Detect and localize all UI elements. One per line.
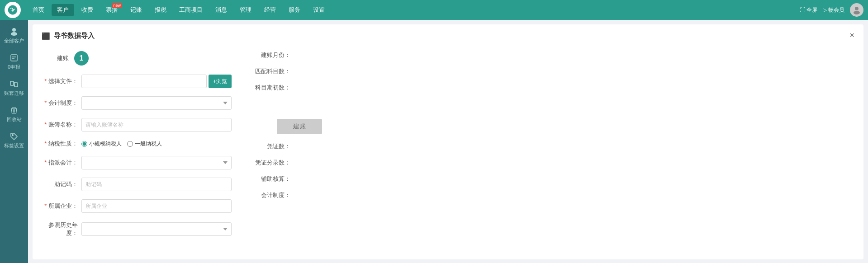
file-input[interactable]	[81, 75, 207, 88]
svg-point-4	[12, 28, 16, 32]
form-container: 建账 1 * 选择文件： +浏览	[42, 51, 854, 245]
radio-general-taxpayer[interactable]: 一般纳税人	[127, 140, 162, 148]
sidebar-item-transfer[interactable]: 账套迁移	[0, 76, 28, 100]
sidebar-item-label: 账套迁移	[4, 90, 24, 97]
voucher-label: 凭证数：	[250, 142, 290, 150]
vip-label: 畅会员	[828, 6, 844, 14]
voucher-entries-label: 凭证分录数：	[250, 159, 290, 167]
sidebar: 全部客户 0申报 账套迁移 回收站 标签设置	[0, 20, 28, 263]
sidebar-item-tag[interactable]: 标签设置	[0, 128, 28, 153]
accountant-label: * 指派会计：	[42, 159, 78, 167]
nav-operation[interactable]: 经营	[259, 4, 281, 16]
match-subject-row: 匹配科目数：	[250, 67, 349, 75]
initial-row: 科目期初数：	[250, 84, 349, 92]
nav-manage[interactable]: 管理	[234, 4, 257, 16]
assist-code-input[interactable]	[81, 178, 232, 191]
fullscreen-btn[interactable]: ⛶ 全屏	[800, 6, 817, 14]
layout: 全部客户 0申报 账套迁移 回收站 标签设置 ⬛ 导爷数据导入 ×	[0, 20, 868, 263]
nav-business[interactable]: 工商项目	[174, 4, 208, 16]
nav-message[interactable]: 消息	[210, 4, 232, 16]
nav-settings[interactable]: 设置	[308, 4, 330, 16]
sidebar-item-all-customers[interactable]: 全部客户	[0, 23, 28, 48]
avatar[interactable]	[850, 3, 863, 17]
file-row: * 选择文件： +浏览	[42, 75, 232, 88]
sidebar-item-label: 0申报	[8, 64, 20, 70]
svg-point-1	[12, 9, 14, 12]
topnav: 首页 客户 收费 票据 new 记账 报税 工商项目 消息 管理 经营 服务 设…	[0, 0, 868, 20]
nav-service[interactable]: 服务	[283, 4, 306, 16]
browse-button[interactable]: +浏览	[209, 75, 232, 88]
topnav-right: ⛶ 全屏 ▷ 畅会员	[800, 3, 863, 17]
company-input[interactable]	[81, 199, 232, 213]
close-button[interactable]: ×	[849, 31, 854, 40]
svg-point-3	[854, 11, 860, 14]
nav-bookkeeping[interactable]: 记账	[125, 4, 147, 16]
step-indicator: 建账 1	[42, 51, 232, 66]
step-circle: 1	[74, 51, 89, 66]
account-system-select[interactable]	[81, 96, 232, 110]
initial-label: 科目期初数：	[250, 84, 290, 92]
svg-rect-7	[10, 81, 14, 85]
main-content: ⬛ 导爷数据导入 × 建账 1 * 选择文件：	[28, 20, 868, 263]
nav-customer[interactable]: 客户	[52, 4, 74, 16]
form-right: 建账月份： 匹配科目数： 科目期初数： 建账	[232, 51, 349, 245]
right-account-system-row: 会计制度：	[250, 191, 349, 199]
match-subject-label: 匹配科目数：	[250, 67, 290, 75]
assist-code-label: 助记码：	[42, 180, 78, 188]
ledger-name-input[interactable]	[81, 118, 232, 132]
panel-title: 导爷数据导入	[54, 32, 95, 40]
svg-point-5	[11, 32, 17, 36]
month-row: 建账月份：	[250, 51, 349, 59]
month-label: 建账月份：	[250, 51, 290, 59]
file-label: * 选择文件：	[42, 77, 78, 85]
tax-type-label: * 纳税性质：	[42, 140, 78, 148]
vip-icon: ▷	[823, 7, 827, 13]
sidebar-item-label: 全部客户	[4, 38, 24, 44]
svg-point-2	[855, 7, 859, 10]
tax-radio-group: 小规模纳税人 一般纳税人	[81, 140, 232, 148]
vip-btn[interactable]: ▷ 畅会员	[823, 6, 844, 14]
account-system-label: * 会计制度：	[42, 99, 78, 107]
import-icon: ⬛	[42, 32, 50, 40]
svg-rect-6	[11, 55, 17, 61]
accountant-row: * 指派会计：	[42, 156, 232, 169]
fullscreen-label: 全屏	[806, 6, 817, 14]
accountant-select[interactable]	[81, 156, 232, 169]
sidebar-item-trash[interactable]: 回收站	[0, 102, 28, 127]
panel-header: ⬛ 导爷数据导入	[42, 32, 854, 40]
account-system-row: * 会计制度：	[42, 96, 232, 110]
file-input-group: +浏览	[81, 75, 232, 88]
company-row: * 所属企业：	[42, 199, 232, 213]
step-label: 建账	[42, 54, 69, 62]
aux-accounting-label: 辅助核算：	[250, 175, 290, 183]
nav-invoice[interactable]: 票据 new	[100, 4, 123, 16]
sidebar-item-label: 回收站	[7, 116, 22, 123]
panel: ⬛ 导爷数据导入 × 建账 1 * 选择文件：	[33, 24, 863, 259]
right-account-system-label: 会计制度：	[250, 191, 290, 199]
svg-point-9	[12, 135, 13, 136]
fullscreen-icon: ⛶	[800, 7, 805, 13]
sidebar-item-label: 标签设置	[4, 142, 24, 149]
company-label: * 所属企业：	[42, 202, 78, 210]
build-btn-wrapper: 建账	[250, 110, 349, 134]
nav-home[interactable]: 首页	[27, 4, 50, 16]
assist-code-row: 助记码：	[42, 178, 232, 191]
new-badge: new	[112, 3, 122, 8]
radio-small-taxpayer[interactable]: 小规模纳税人	[81, 140, 122, 148]
build-button[interactable]: 建账	[277, 119, 322, 134]
voucher-row: 凭证数：	[250, 142, 349, 150]
nav-fee[interactable]: 收费	[76, 4, 99, 16]
svg-rect-8	[14, 83, 18, 87]
tax-type-row: * 纳税性质： 小规模纳税人 一般纳税人	[42, 140, 232, 148]
history-year-row: 参照历史年度：	[42, 221, 232, 237]
sidebar-item-declare[interactable]: 0申报	[0, 50, 28, 74]
nav-tax[interactable]: 报税	[149, 4, 172, 16]
ledger-name-row: * 账簿名称：	[42, 118, 232, 132]
voucher-entries-row: 凭证分录数：	[250, 159, 349, 167]
history-year-label: 参照历史年度：	[42, 221, 78, 237]
logo	[5, 2, 21, 18]
history-year-select[interactable]	[81, 222, 232, 236]
form-left: 建账 1 * 选择文件： +浏览	[42, 51, 232, 245]
ledger-name-label: * 账簿名称：	[42, 121, 78, 129]
aux-accounting-row: 辅助核算：	[250, 175, 349, 183]
